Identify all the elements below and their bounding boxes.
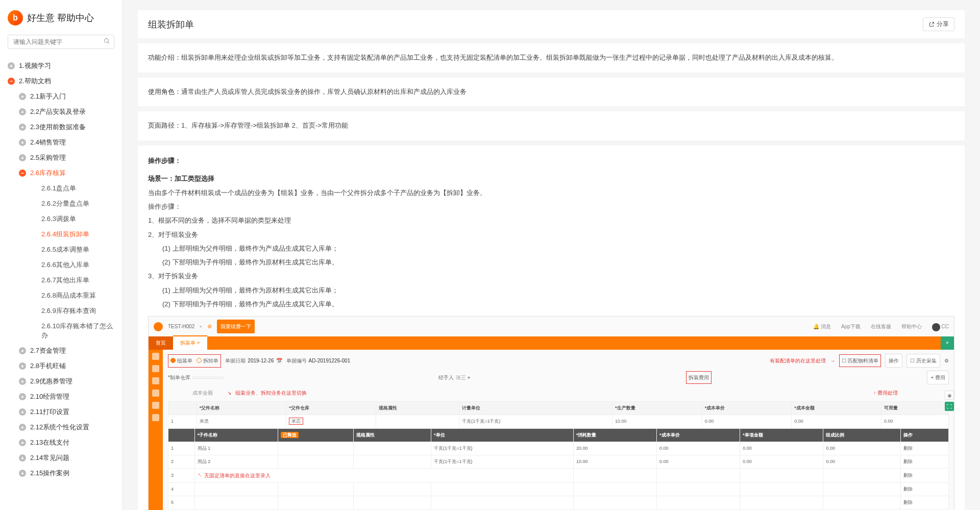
step3b: (2) 下部明细为子件明细，最终作为产成品生成其它入库单。	[148, 297, 954, 311]
nav-2-7[interactable]: +2.7资金管理	[19, 343, 114, 358]
path-text: 1、库存核算->库存管理->组装拆卸单 2、首页->常用功能	[181, 122, 348, 129]
ss-parent-table: *父件名称*父件仓库规格属性计量单位*生产数量*成本单价*成本金额可用量 1米类…	[168, 401, 949, 428]
table-row: 2用品 2千克(1千克=1千克)10.000.000.000.00删除	[168, 455, 949, 468]
ss-radio-disassemble: 拆卸单	[197, 355, 218, 366]
nav-docs[interactable]: −2.帮助文档	[8, 74, 114, 89]
nav-2-15[interactable]: +2.15操作案例	[19, 466, 114, 481]
sidebar: b 好生意 帮助中心 +1.视频学习 −2.帮助文档 +2.1新手入门 +2.2…	[0, 0, 122, 510]
table-row: 1用品 1千克(1千克=1千克)20.000.000.000.00删除	[168, 442, 949, 455]
path-label: 页面路径：	[148, 122, 181, 129]
nav-2-9[interactable]: +2.9优惠券管理	[19, 374, 114, 389]
ss-side-icon	[152, 377, 159, 384]
ss-avatar-icon	[932, 323, 940, 331]
logo-icon: b	[8, 10, 23, 26]
ss-company: TEST-H002	[168, 321, 194, 332]
nav-2-4[interactable]: +2.4销售管理	[19, 135, 114, 150]
step2b: (2) 下部明细为子件明细，最终作为原材料生成其它出库单。	[148, 255, 954, 269]
nav-2-8[interactable]: +2.8手机旺铺	[19, 358, 114, 374]
ss-support: 在线客服	[871, 321, 891, 332]
step3: 3、对于拆装业务	[148, 269, 954, 283]
ss-side-icon	[152, 365, 159, 372]
intro-card: 功能介绍：组装拆卸单用来处理企业组装或拆卸等加工业务，支持有固定装配清单的产品加…	[138, 43, 965, 72]
ss-btn-template: ☐ 匹配物料清单	[839, 354, 881, 367]
ss-side-icon	[152, 353, 159, 360]
table-row: 3↖ 无固定清单的直接在这里录入删除	[168, 468, 949, 482]
nav-2-6-4[interactable]: 2.6.4组装拆卸单	[30, 227, 114, 242]
ss-help: 帮助中心	[901, 321, 922, 332]
ss-child-table: *子件名称已释放规格属性*单位*消耗数量*成本单价*单项金额组成比例操作 1用品…	[168, 428, 949, 510]
ss-anno-cost: ↑ 费用处理	[873, 387, 898, 398]
ss-settings-icon: ⚙	[944, 355, 949, 366]
main-content: 组装拆卸单 分享 功能介绍：组装拆卸单用来处理企业组装或拆卸等加工业务，支持有固…	[122, 0, 980, 510]
ss-topbar: TEST-H002 ▾ ⚙ 我要续费一下 🔔 消息 App下载 在线客服 帮助中…	[149, 317, 954, 336]
search-input[interactable]	[8, 35, 114, 49]
embedded-screenshot: TEST-H002 ▾ ⚙ 我要续费一下 🔔 消息 App下载 在线客服 帮助中…	[148, 316, 954, 510]
path-card: 页面路径：1、库存核算->库存管理->组装拆卸单 2、首页->常用功能	[138, 111, 965, 140]
nav-2-6-8[interactable]: 2.6.8商品成本重算	[30, 288, 114, 303]
nav-2-6[interactable]: −2.6库存核算	[19, 165, 114, 181]
step2a: (1) 上部明细为父件明细，最终作为产成品生成其它入库单；	[148, 241, 954, 255]
ss-side-icon	[152, 414, 159, 421]
ss-anno-switch: 组装业务、拆卸业务在这里切换	[235, 387, 307, 398]
step2: 2、对于组装业务	[148, 228, 954, 241]
step3a: (1) 上部明细为父件明细，最终作为原材料生成其它出库单；	[148, 283, 954, 297]
ss-anno-template: 有装配清单的在这里处理	[770, 355, 826, 366]
ss-sidebar	[149, 350, 163, 510]
ss-float-expand-icon: ⛶	[945, 402, 954, 411]
ss-float-icon: ◉	[945, 391, 954, 400]
nav-2-6-1[interactable]: 2.6.1盘点单	[30, 181, 114, 196]
ss-cost-box: 拆装费用	[686, 371, 712, 384]
nav-2-13[interactable]: +2.13在线支付	[19, 435, 114, 450]
nav-2-6-2[interactable]: 2.6.2分量盘点单	[30, 196, 114, 211]
ss-tab-home: 首页	[149, 336, 173, 350]
nav-video[interactable]: +1.视频学习	[8, 58, 114, 74]
ss-logo-icon	[154, 322, 163, 331]
ss-btn-op: 操作	[885, 354, 902, 368]
intro-text: 组装拆卸单用来处理企业组装或拆卸等加工业务，支持有固定装配清单的产品加工业务，也…	[181, 54, 838, 61]
nav-2-6-10[interactable]: 2.6.10库存账本错了怎么办	[30, 319, 114, 343]
ss-btn-history: ☐ 历史采集	[906, 354, 940, 368]
intro-label: 功能介绍：	[148, 54, 181, 61]
ss-msg: 🔔 消息	[813, 321, 831, 332]
table-row: 5删除	[168, 496, 949, 509]
table-row: 1米类米店千克(1千克=1千克)10.000.000.000.00	[168, 415, 949, 428]
ss-radio-assemble: 组装单	[170, 355, 192, 366]
logo-row: b 好生意 帮助中心	[8, 10, 114, 26]
nav-2-11[interactable]: +2.11打印设置	[19, 404, 114, 420]
share-button[interactable]: 分享	[923, 17, 954, 31]
nav-2-10[interactable]: +2.10经营管理	[19, 389, 114, 404]
nav-2-5[interactable]: +2.5采购管理	[19, 150, 114, 165]
nav-2-12[interactable]: +2.12系统个性化设置	[19, 420, 114, 435]
table-row: 4删除	[168, 482, 949, 496]
nav-2-14[interactable]: +2.14常见问题	[19, 450, 114, 466]
search-icon[interactable]	[104, 38, 110, 46]
steps-label: 操作步骤：	[148, 200, 954, 213]
nav-2-6-9[interactable]: 2.6.9库存账本查询	[30, 303, 114, 319]
svg-line-1	[108, 42, 109, 43]
nav-2-6-7[interactable]: 2.6.7其他出库单	[30, 273, 114, 288]
ss-warehouse-input	[192, 377, 223, 379]
role-text: 通常由生产人员或库管人员完成拆装业务的操作，库管人员确认原材料的出库和产成品的入…	[181, 88, 467, 95]
ss-tabs: 首页 拆装单 × ×	[149, 336, 954, 350]
svg-point-0	[105, 39, 109, 43]
ss-close-icon: ×	[941, 336, 954, 350]
nav-2-6-6[interactable]: 2.6.6其他入库单	[30, 257, 114, 273]
ss-app: App下载	[841, 321, 861, 332]
ss-float-buttons: ◉ ⛶	[945, 391, 954, 411]
nav-2-6-5[interactable]: 2.6.5成本调整单	[30, 242, 114, 257]
nav-2-6-3[interactable]: 2.6.3调拨单	[30, 211, 114, 227]
ss-type-box: 组装单 拆卸单	[168, 354, 221, 368]
search-box	[8, 35, 114, 49]
ss-promo-btn: 我要续费一下	[217, 320, 255, 333]
nav-2-1[interactable]: +2.1新手入门	[19, 89, 114, 104]
ss-anno-input: ↖ 无固定清单的直接在这里录入	[198, 473, 271, 478]
header: 组装拆卸单 分享	[138, 10, 965, 38]
scene-desc: 当由多个子件材料组装成一个成品的业务为【组装】业务，当由一个父件拆分成多个子产品…	[148, 186, 954, 200]
nav-2-2[interactable]: +2.2产品安装及登录	[19, 104, 114, 119]
ss-content: 组装单 拆卸单 单据日期 2019-12-26 📅 单据编号 AD-201912…	[163, 350, 954, 510]
ss-side-icon	[152, 402, 159, 409]
role-label: 使用角色：	[148, 88, 181, 95]
scene-label: 场景一：加工类型选择	[148, 172, 954, 185]
ops-label: 操作步骤：	[148, 154, 954, 167]
nav-2-3[interactable]: +2.3使用前数据准备	[19, 119, 114, 135]
